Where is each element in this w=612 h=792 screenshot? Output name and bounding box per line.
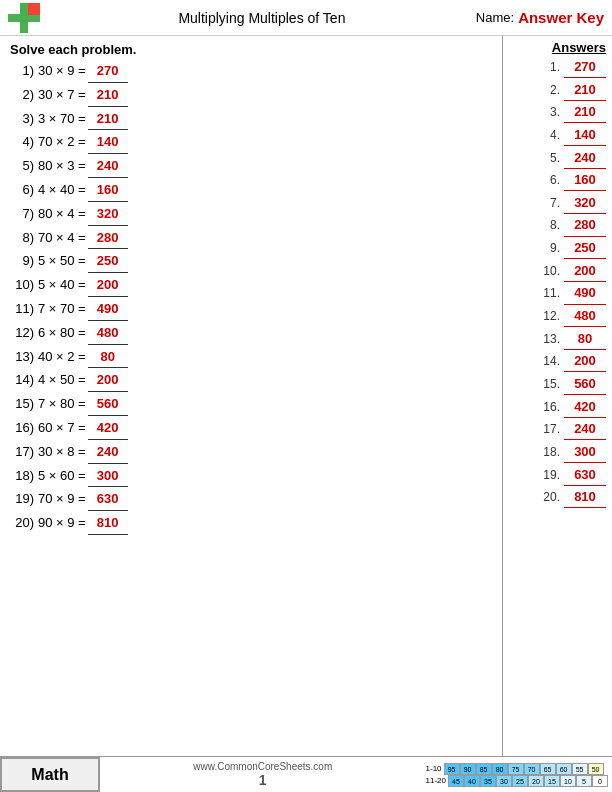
answers-header: Answers — [509, 40, 606, 55]
problem-equation: 30 × 9 = — [38, 61, 86, 82]
page-header: Multiplying Multiples of Ten Name: Answe… — [0, 0, 612, 36]
problem-row: 10) 5 × 40 = 200 — [10, 275, 492, 297]
score-cell: 90 — [460, 763, 476, 775]
name-label: Name: — [476, 10, 514, 25]
problem-answer: 810 — [88, 513, 128, 535]
answer-number: 5. — [550, 149, 560, 168]
problem-equation: 40 × 2 = — [38, 347, 86, 368]
footer-center: www.CommonCoreSheets.com 1 — [100, 757, 426, 792]
answer-value: 560 — [564, 374, 606, 395]
page-footer: Math www.CommonCoreSheets.com 1 1-109590… — [0, 756, 612, 792]
problem-answer: 240 — [88, 442, 128, 464]
problem-equation: 7 × 80 = — [38, 394, 86, 415]
answer-number: 6. — [550, 171, 560, 190]
problem-row: 8) 70 × 4 = 280 — [10, 228, 492, 250]
answer-number: 4. — [550, 126, 560, 145]
problem-row: 5) 80 × 3 = 240 — [10, 156, 492, 178]
answer-value: 200 — [564, 351, 606, 372]
problem-equation: 5 × 40 = — [38, 275, 86, 296]
score-cell: 20 — [528, 775, 544, 787]
problem-number: 10) — [10, 275, 38, 296]
score-cell: 35 — [480, 775, 496, 787]
answer-value: 140 — [564, 125, 606, 146]
score-cell: 75 — [508, 763, 524, 775]
answer-number: 11. — [543, 284, 560, 303]
problem-number: 20) — [10, 513, 38, 534]
problem-row: 18) 5 × 60 = 300 — [10, 466, 492, 488]
problem-number: 3) — [10, 109, 38, 130]
answer-number: 1. — [550, 58, 560, 77]
score-range-label: 1-10 — [426, 764, 442, 773]
problem-answer: 200 — [88, 370, 128, 392]
problem-number: 1) — [10, 61, 38, 82]
answer-value: 810 — [564, 487, 606, 508]
problem-number: 2) — [10, 85, 38, 106]
answer-number: 10. — [543, 262, 560, 281]
answer-panel: Answers 1. 270 2. 210 3. 210 4. 140 5. 2… — [502, 36, 612, 756]
problem-row: 14) 4 × 50 = 200 — [10, 370, 492, 392]
answer-value: 210 — [564, 80, 606, 101]
problem-number: 12) — [10, 323, 38, 344]
instructions-label: Solve each problem. — [10, 42, 492, 57]
problem-answer: 630 — [88, 489, 128, 511]
problem-answer: 160 — [88, 180, 128, 202]
problem-answer: 270 — [88, 61, 128, 83]
problems-area: Solve each problem. 1) 30 × 9 = 270 2) 3… — [0, 36, 502, 756]
problem-row: 3) 3 × 70 = 210 — [10, 109, 492, 131]
problem-row: 13) 40 × 2 = 80 — [10, 347, 492, 369]
score-cell: 95 — [444, 763, 460, 775]
answer-row: 13. 80 — [509, 329, 606, 350]
problem-number: 13) — [10, 347, 38, 368]
problem-equation: 7 × 70 = — [38, 299, 86, 320]
problem-answer: 250 — [88, 251, 128, 273]
answer-number: 16. — [543, 398, 560, 417]
problem-answer: 200 — [88, 275, 128, 297]
problem-row: 9) 5 × 50 = 250 — [10, 251, 492, 273]
problem-number: 14) — [10, 370, 38, 391]
problem-row: 12) 6 × 80 = 480 — [10, 323, 492, 345]
problem-answer: 240 — [88, 156, 128, 178]
answer-row: 2. 210 — [509, 80, 606, 101]
score-cell: 5 — [576, 775, 592, 787]
logo-corner-accent — [28, 3, 40, 15]
answer-value: 200 — [564, 261, 606, 282]
math-label: Math — [31, 766, 68, 784]
answer-value: 210 — [564, 102, 606, 123]
answer-value: 490 — [564, 283, 606, 304]
answer-row: 4. 140 — [509, 125, 606, 146]
score-cell: 40 — [464, 775, 480, 787]
answer-row: 14. 200 — [509, 351, 606, 372]
answer-value: 250 — [564, 238, 606, 259]
problem-row: 15) 7 × 80 = 560 — [10, 394, 492, 416]
answer-row: 19. 630 — [509, 465, 606, 486]
math-badge: Math — [0, 757, 100, 792]
answer-value: 240 — [564, 148, 606, 169]
answer-value: 420 — [564, 397, 606, 418]
problems-list: 1) 30 × 9 = 270 2) 30 × 7 = 210 3) 3 × 7… — [10, 61, 492, 535]
page-number: 1 — [259, 772, 267, 788]
problem-number: 16) — [10, 418, 38, 439]
score-cell: 25 — [512, 775, 528, 787]
answer-number: 18. — [543, 443, 560, 462]
score-table: 1-109590858075706560555011-2045403530252… — [426, 757, 612, 792]
problem-number: 19) — [10, 489, 38, 510]
answer-row: 17. 240 — [509, 419, 606, 440]
score-cell: 80 — [492, 763, 508, 775]
answer-number: 12. — [543, 307, 560, 326]
problem-number: 11) — [10, 299, 38, 320]
answer-value: 160 — [564, 170, 606, 191]
problem-row: 6) 4 × 40 = 160 — [10, 180, 492, 202]
problem-number: 7) — [10, 204, 38, 225]
answer-row: 10. 200 — [509, 261, 606, 282]
problem-equation: 30 × 8 = — [38, 442, 86, 463]
problem-row: 17) 30 × 8 = 240 — [10, 442, 492, 464]
problem-row: 16) 60 × 7 = 420 — [10, 418, 492, 440]
answer-row: 18. 300 — [509, 442, 606, 463]
score-cell: 30 — [496, 775, 512, 787]
answer-number: 17. — [543, 420, 560, 439]
answers-list: 1. 270 2. 210 3. 210 4. 140 5. 240 6. 16… — [509, 57, 606, 508]
answer-number: 20. — [543, 488, 560, 507]
problem-equation: 70 × 2 = — [38, 132, 86, 153]
problem-answer: 80 — [88, 347, 128, 369]
main-content: Solve each problem. 1) 30 × 9 = 270 2) 3… — [0, 36, 612, 756]
